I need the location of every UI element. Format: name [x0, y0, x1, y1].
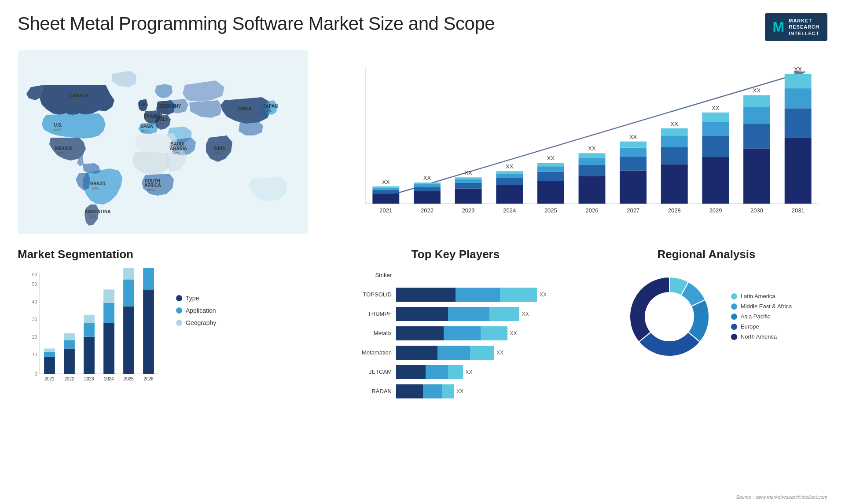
svg-rect-94 — [743, 95, 770, 107]
player-bar-segment — [444, 326, 481, 340]
svg-text:xx%: xx% — [54, 128, 61, 132]
player-bar-label: XX — [540, 288, 547, 302]
regional-legend-label: Latin America — [741, 293, 775, 299]
player-bar-container — [396, 268, 568, 282]
svg-text:0: 0 — [34, 372, 37, 376]
svg-text:2021: 2021 — [379, 207, 392, 214]
svg-text:XX: XX — [629, 134, 637, 140]
svg-text:XX: XX — [794, 66, 802, 73]
svg-rect-87 — [702, 122, 729, 136]
svg-text:XX: XX — [547, 155, 555, 161]
svg-rect-55 — [496, 185, 523, 203]
player-bar-label: XX — [456, 384, 463, 398]
segmentation-wrapper: 0 10 20 30 40 50 60 20212022202320242025… — [18, 268, 317, 391]
svg-text:xx%: xx% — [139, 107, 146, 111]
svg-rect-62 — [537, 172, 564, 181]
svg-rect-129 — [123, 279, 134, 306]
svg-rect-76 — [620, 142, 647, 148]
legend-dot-geography — [176, 320, 182, 326]
svg-text:XX: XX — [753, 87, 761, 94]
svg-text:xx%: xx% — [264, 109, 272, 113]
player-bar-segment — [489, 307, 519, 321]
svg-rect-125 — [103, 303, 114, 323]
regional-legend: Latin AmericaMiddle East & AfricaAsia Pa… — [731, 293, 792, 340]
player-bar-container: XX — [396, 365, 568, 379]
svg-text:xx%: xx% — [162, 109, 169, 113]
svg-text:2023: 2023 — [462, 207, 475, 214]
svg-rect-97 — [785, 138, 812, 204]
svg-rect-124 — [103, 323, 114, 374]
svg-text:2030: 2030 — [750, 207, 763, 214]
svg-rect-92 — [743, 124, 770, 149]
svg-text:60: 60 — [32, 272, 37, 277]
legend-dot-type — [176, 295, 182, 301]
regional-legend-label: Asia Pacific — [741, 313, 770, 320]
svg-rect-57 — [496, 174, 523, 178]
player-name: Striker — [343, 272, 392, 278]
player-bar-container: XX — [396, 326, 568, 340]
svg-text:2021: 2021 — [44, 376, 55, 381]
regional-legend-dot — [731, 324, 737, 330]
svg-rect-82 — [661, 128, 688, 136]
svg-text:2028: 2028 — [668, 207, 681, 214]
svg-text:2024: 2024 — [104, 376, 114, 381]
svg-text:xx%: xx% — [145, 119, 153, 123]
regional-legend-item: Latin America — [731, 293, 792, 299]
regional-legend-label: Middle East & Africa — [741, 303, 792, 310]
svg-text:CHINA: CHINA — [238, 106, 252, 111]
player-bar-container: XX — [396, 346, 568, 360]
svg-text:XX: XX — [464, 169, 472, 176]
svg-rect-132 — [143, 289, 154, 374]
regional-content: Latin AmericaMiddle East & AfricaAsia Pa… — [621, 268, 792, 365]
player-name: Metamation — [343, 349, 392, 356]
segmentation-legend: Type Application Geography — [176, 268, 216, 326]
player-row: TRUMPFXX — [343, 307, 568, 321]
segmentation-title: Market Segmentation — [18, 248, 317, 261]
svg-text:xx%: xx% — [147, 188, 154, 192]
svg-rect-43 — [414, 191, 441, 204]
svg-rect-79 — [661, 164, 688, 204]
player-bar-segment — [500, 288, 537, 302]
source-text: Source : www.marketresearchintellect.com — [736, 494, 827, 500]
segmentation-chart: 0 10 20 30 40 50 60 20212022202320242025… — [18, 268, 167, 391]
player-bar-label: XX — [466, 365, 473, 379]
svg-rect-69 — [579, 158, 606, 165]
svg-rect-122 — [84, 315, 95, 323]
player-row: TOPSOLIDXX — [343, 288, 568, 302]
legend-item-application: Application — [176, 307, 216, 314]
player-bar-container: XX — [396, 384, 568, 398]
player-row: Striker — [343, 268, 568, 282]
svg-text:2026: 2026 — [143, 376, 154, 381]
legend-item-geography: Geography — [176, 319, 216, 326]
player-bar-segment — [448, 365, 463, 379]
svg-text:XX: XX — [712, 105, 720, 111]
bottom-right: Top Key Players StrikerTOPSOLIDXXTRUMPFX… — [317, 239, 827, 404]
svg-rect-75 — [620, 148, 647, 157]
player-row: MetalixXX — [343, 326, 568, 340]
map-section: CANADA xx% U.S. xx% MEXICO xx% BRAZIL xx… — [18, 50, 317, 239]
svg-text:2022: 2022 — [64, 376, 74, 381]
svg-text:ITALY: ITALY — [156, 117, 169, 122]
logo-letter: M — [773, 19, 785, 35]
player-bar-segment — [396, 307, 448, 321]
player-name: TOPSOLID — [343, 291, 392, 298]
svg-rect-133 — [143, 268, 154, 289]
players-title: Top Key Players — [343, 248, 568, 261]
svg-rect-37 — [372, 193, 399, 204]
svg-text:AFRICA: AFRICA — [144, 183, 161, 188]
svg-text:ARABIA: ARABIA — [170, 146, 187, 151]
svg-text:2022: 2022 — [421, 207, 434, 214]
logo-area: M MARKET RESEARCH INTELLECT — [765, 13, 827, 41]
svg-text:2024: 2024 — [503, 207, 516, 214]
regional-legend-item: Europe — [731, 323, 792, 330]
svg-rect-126 — [103, 289, 114, 303]
regional-legend-dot — [731, 293, 737, 299]
legend-item-type: Type — [176, 295, 216, 302]
svg-rect-117 — [64, 340, 75, 348]
svg-text:2026: 2026 — [586, 207, 599, 214]
svg-text:20: 20 — [32, 335, 37, 340]
svg-rect-61 — [537, 181, 564, 204]
svg-rect-118 — [64, 333, 75, 340]
svg-rect-91 — [743, 148, 770, 204]
svg-text:30: 30 — [32, 317, 37, 322]
